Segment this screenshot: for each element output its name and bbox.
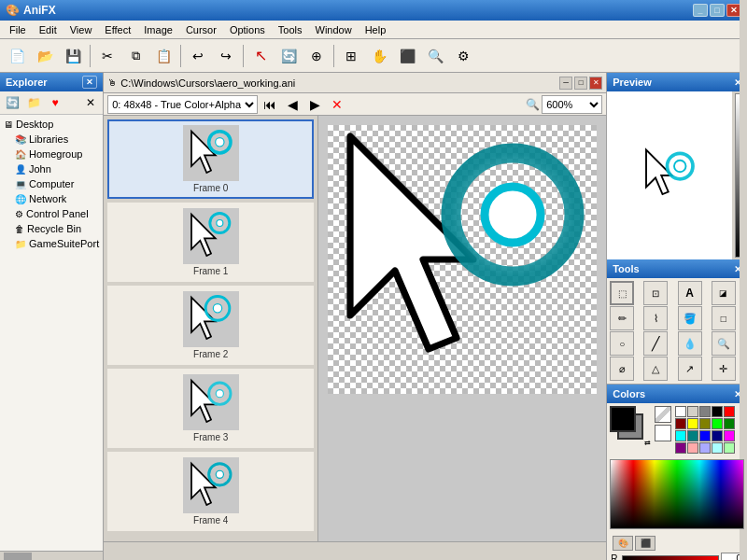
swap-colors-btn[interactable]: ⇄: [644, 439, 651, 447]
tb-test[interactable]: 🔄: [275, 43, 302, 69]
palette-btn2[interactable]: ⬛: [635, 536, 655, 551]
swatch-lime[interactable]: [712, 418, 723, 429]
menu-effect[interactable]: Effect: [99, 22, 136, 37]
frame-nav-first[interactable]: ⏮: [260, 95, 280, 114]
tb-hand[interactable]: ✋: [366, 43, 392, 69]
white-color[interactable]: [655, 425, 671, 441]
main-canvas[interactable]: [328, 125, 597, 394]
tool-fill[interactable]: 🪣: [678, 306, 702, 330]
tool-transform[interactable]: ⊡: [643, 281, 668, 305]
tree-item-john[interactable]: 👤 John: [11, 161, 103, 176]
menu-help[interactable]: Help: [359, 22, 392, 37]
tb-grid[interactable]: ⊞: [338, 43, 364, 69]
fg-color-box[interactable]: [610, 406, 636, 432]
explorer-close-button[interactable]: ✕: [82, 76, 97, 89]
minimize-button[interactable]: _: [693, 4, 708, 17]
doc-minimize-btn[interactable]: ─: [559, 77, 572, 90]
swatch-green[interactable]: [724, 418, 735, 429]
menu-view[interactable]: View: [64, 22, 98, 37]
swatch-white[interactable]: [675, 406, 686, 417]
tree-item-homegroup[interactable]: 🏠 Homegroup: [11, 147, 103, 161]
tool-dropper[interactable]: 💧: [678, 331, 702, 356]
explorer-scrollbar[interactable]: [0, 551, 103, 560]
tool-move[interactable]: ✛: [712, 357, 736, 381]
tb-redo[interactable]: ↪: [213, 43, 239, 69]
swatch-maroon[interactable]: [675, 418, 686, 429]
swatch-teal[interactable]: [687, 430, 698, 441]
zoom-select[interactable]: 600% 100% 200% 400% 800%: [542, 95, 602, 114]
tree-item-network[interactable]: 🌐 Network: [11, 191, 103, 206]
tool-rect[interactable]: □: [712, 306, 736, 330]
tool-zoom[interactable]: 🔍: [712, 331, 736, 356]
doc-maximize-btn[interactable]: □: [574, 77, 587, 90]
frame-nav-prev[interactable]: ◀: [282, 95, 303, 114]
swatch-gray[interactable]: [699, 406, 711, 417]
menu-file[interactable]: File: [4, 22, 32, 37]
swatch-yellow[interactable]: [687, 418, 698, 429]
tool-select-rect[interactable]: ⬚: [610, 281, 634, 305]
swatch-lightgreen[interactable]: [724, 442, 735, 454]
tool-arrow[interactable]: ↗: [678, 357, 702, 381]
tb-black[interactable]: ⬛: [394, 43, 420, 69]
tree-item-libraries[interactable]: 📚 Libraries: [11, 132, 103, 147]
frame-delete[interactable]: ✕: [327, 95, 347, 114]
frame-nav-next[interactable]: ▶: [304, 95, 325, 114]
swatch-navy[interactable]: [712, 430, 723, 441]
exp-folder[interactable]: 📁: [23, 93, 44, 112]
tool-pencil[interactable]: ✏: [610, 306, 634, 330]
channel-bar-r[interactable]: [622, 555, 719, 561]
swatch-olive[interactable]: [699, 418, 711, 429]
tb-paste[interactable]: 📋: [150, 43, 176, 69]
exp-refresh[interactable]: 🔄: [2, 93, 22, 112]
frame-info-select[interactable]: 0: 48x48 - True Color+Alpha: [107, 95, 258, 114]
swatch-blue[interactable]: [699, 430, 711, 441]
tb-circle[interactable]: ⊕: [303, 43, 330, 69]
tb-arrow[interactable]: ↖: [247, 43, 274, 69]
tb-cut[interactable]: ✂: [94, 43, 120, 69]
maximize-button[interactable]: □: [710, 4, 725, 17]
swatch-lightcyan[interactable]: [712, 442, 723, 454]
swatch-cyan[interactable]: [675, 430, 686, 441]
frame-item-0[interactable]: Frame 0: [107, 119, 314, 199]
tree-item-computer[interactable]: 💻 Computer: [11, 176, 103, 191]
swatch-lavender[interactable]: [699, 442, 711, 454]
menu-window[interactable]: Window: [310, 22, 358, 37]
tb-new[interactable]: 📄: [4, 43, 30, 69]
swatch-black[interactable]: [712, 406, 723, 417]
menu-options[interactable]: Options: [224, 22, 271, 37]
gradient-picker[interactable]: [610, 459, 744, 529]
tool-line[interactable]: ╱: [643, 331, 668, 356]
tree-item-desktop[interactable]: 🖥 Desktop: [0, 117, 103, 132]
tb-save[interactable]: 💾: [60, 43, 86, 69]
palette-btn1[interactable]: 🎨: [613, 536, 633, 551]
swatch-purple[interactable]: [675, 442, 686, 454]
exp-close[interactable]: ✕: [80, 93, 101, 112]
frame-item-4[interactable]: Frame 4: [107, 452, 314, 531]
tb-settings[interactable]: ⚙: [450, 43, 476, 69]
frame-item-3[interactable]: Frame 3: [107, 369, 314, 448]
tool-dodge[interactable]: △: [643, 357, 668, 381]
canvas-area[interactable]: [318, 116, 606, 541]
frame-item-2[interactable]: Frame 2: [107, 286, 314, 365]
swatch-silver[interactable]: [687, 406, 698, 417]
tree-item-gamesuite[interactable]: 📁 GameSuitePort: [11, 236, 103, 251]
tree-item-recycle-bin[interactable]: 🗑 Recycle Bin: [11, 221, 103, 236]
swatch-pink[interactable]: [687, 442, 698, 454]
tb-copy[interactable]: ⧉: [122, 43, 148, 69]
tb-undo[interactable]: ↩: [185, 43, 211, 69]
swatch-magenta[interactable]: [724, 430, 735, 441]
frame-item-1[interactable]: Frame 1: [107, 203, 314, 282]
tool-smudge[interactable]: ⌀: [610, 357, 634, 381]
swatch-red[interactable]: [724, 406, 735, 417]
doc-close-btn[interactable]: ✕: [589, 77, 602, 90]
tb-open[interactable]: 📂: [32, 43, 58, 69]
tree-item-control-panel[interactable]: ⚙ Control Panel: [11, 206, 103, 221]
tool-ellipse[interactable]: ○: [610, 331, 634, 356]
exp-fav[interactable]: ♥: [45, 93, 65, 112]
tool-text[interactable]: A: [678, 281, 702, 305]
menu-image[interactable]: Image: [138, 22, 178, 37]
tool-eraser[interactable]: ◪: [712, 281, 736, 305]
menu-cursor[interactable]: Cursor: [180, 22, 222, 37]
menu-edit[interactable]: Edit: [34, 22, 63, 37]
menu-tools[interactable]: Tools: [273, 22, 308, 37]
